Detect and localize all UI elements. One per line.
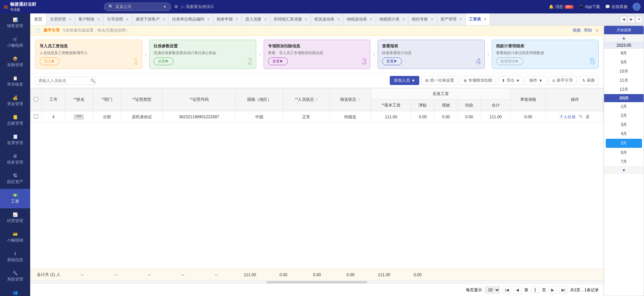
- unified-settings-btn[interactable]: ⚙ 统一社保设置: [421, 76, 458, 85]
- sidebar-item-basic-info[interactable]: ℹ 基础信息: [0, 247, 30, 267]
- tab-income-tax[interactable]: 所得税汇算清缴 ✕: [270, 13, 311, 25]
- month-1[interactable]: 1月: [604, 102, 644, 111]
- month-4[interactable]: 4月: [604, 129, 644, 138]
- row-checkbox[interactable]: [34, 114, 38, 119]
- refresh-btn[interactable]: ↻ 刷新: [579, 76, 599, 85]
- tab-hierarchical[interactable]: 分层经营 ✕: [47, 13, 75, 25]
- tab-tax-expert[interactable]: 税控专家 ✕: [409, 13, 437, 25]
- month-2[interactable]: 2月: [604, 111, 644, 120]
- tab-payroll[interactable]: 工资表 ✕: [466, 13, 490, 25]
- action-social-ins[interactable]: 个人社保: [559, 115, 576, 119]
- add-person-btn[interactable]: 添加人员 ▼: [390, 76, 419, 85]
- tab-tax-declare[interactable]: 税务申报 ✕: [213, 13, 242, 25]
- action-delete-btn[interactable]: 🗑: [585, 114, 590, 119]
- scroll-thumb[interactable]: [267, 281, 367, 283]
- tab-register[interactable]: 进入清册 ✕: [242, 13, 270, 25]
- tab-close-icon[interactable]: ✕: [305, 17, 307, 21]
- video-link[interactable]: 视频: [573, 28, 581, 33]
- tab-tax-wave2[interactable]: 纳税波动表 ✕: [343, 13, 376, 25]
- sidebar-item-finance[interactable]: 💰 资金管理: [0, 91, 30, 111]
- sidebar-item-purchase[interactable]: 📦 采购管理: [0, 52, 30, 72]
- tab-close-icon[interactable]: ✕: [264, 17, 267, 21]
- sidebar-item-collab[interactable]: 👥 企业协同: [0, 286, 30, 296]
- action-edit-btn[interactable]: ✎: [579, 114, 583, 119]
- sidebar-item-tax[interactable]: 🏛 税务管理: [0, 150, 30, 169]
- tab-close-icon[interactable]: ✕: [484, 17, 486, 21]
- demo-link[interactable]: ▷ 我要看实例演示: [181, 4, 214, 10]
- tab-close-icon[interactable]: ✕: [126, 17, 128, 21]
- month-6[interactable]: 6月: [604, 148, 644, 157]
- month-11[interactable]: 11月: [604, 76, 644, 85]
- sidebar-item-ledger[interactable]: 📒 总账管理: [0, 111, 30, 130]
- sidebar-item-inventory[interactable]: 📋 库存核算: [0, 72, 30, 91]
- close-guide-btn[interactable]: ✕: [595, 28, 599, 33]
- tab-close-icon[interactable]: ✕: [97, 17, 100, 21]
- status-filter-icon[interactable]: ▽: [315, 98, 318, 101]
- export-btn[interactable]: ⬆ 导出 ▼: [498, 76, 524, 85]
- app-download-btn[interactable]: 📱 App下载: [579, 4, 600, 10]
- tab-guide-desc[interactable]: 引导说明 ✕: [104, 13, 132, 25]
- settings-btn[interactable]: ⚙: [174, 4, 178, 9]
- tab-close-icon[interactable]: ✕: [402, 17, 405, 21]
- tab-home[interactable]: 首页: [30, 13, 47, 25]
- prev-page-btn[interactable]: ◀: [514, 286, 522, 294]
- step3-btn[interactable]: 查看▶: [268, 57, 288, 65]
- cell-status: 正常: [283, 111, 330, 123]
- help-link[interactable]: 帮助: [584, 28, 592, 33]
- tab-close-icon[interactable]: ✕: [370, 17, 372, 21]
- tab-next-btn[interactable]: ▶: [628, 16, 635, 23]
- report-filter-icon[interactable]: ▽: [358, 98, 360, 101]
- sidebar-item-expense[interactable]: 💳 小畅报销: [0, 228, 30, 247]
- sidebar-item-system[interactable]: 🔧 系统管理: [0, 267, 30, 286]
- first-page-btn[interactable]: |◀: [503, 286, 511, 294]
- step4-btn[interactable]: 查看▶: [382, 57, 402, 65]
- search-icon[interactable]: 🔍: [90, 78, 95, 83]
- step1-btn[interactable]: 导入▶: [40, 57, 59, 65]
- tab-close-icon[interactable]: ✕: [459, 17, 462, 21]
- month-7[interactable]: 7月: [604, 157, 644, 166]
- sidebar-item-management[interactable]: 📈 经营管理: [0, 208, 30, 228]
- tab-close-icon[interactable]: ✕: [431, 17, 433, 21]
- month-3[interactable]: 3月: [604, 120, 644, 129]
- sidebar-item-invoice[interactable]: 🧾 发票管理: [0, 130, 30, 150]
- sidebar-item-asset[interactable]: 🏗 固定资产: [0, 169, 30, 189]
- online-service-btn[interactable]: 💬 在线客服: [605, 4, 628, 10]
- user-avatar[interactable]: 👤: [633, 3, 641, 11]
- tab-close-all-btn[interactable]: ✕: [636, 16, 642, 23]
- horizontal-scrollbar[interactable]: [30, 280, 604, 284]
- sidebar-item-payroll[interactable]: 💵 工资: [0, 189, 30, 208]
- tab-tax-wave[interactable]: 税负波动表 ✕: [311, 13, 343, 25]
- month-12[interactable]: 12月: [604, 85, 644, 94]
- tab-customer[interactable]: 客户联络 ✕: [75, 13, 104, 25]
- tab-tax-stats[interactable]: 纳税统计表 ✕: [376, 13, 409, 25]
- sidebar-item-sales[interactable]: 📊 销售管理: [0, 13, 30, 33]
- tab-close-icon[interactable]: ✕: [207, 17, 210, 21]
- month-10[interactable]: 10月: [604, 67, 644, 76]
- tab-close-icon[interactable]: ✕: [235, 17, 238, 21]
- select-all-checkbox[interactable]: [34, 97, 38, 101]
- month-9[interactable]: 9月: [604, 58, 644, 67]
- month-5-active[interactable]: 5月: [606, 139, 642, 148]
- tab-close-icon[interactable]: ✕: [337, 17, 340, 21]
- tab-product-code[interactable]: 往来单位商品编码 ✕: [169, 13, 213, 25]
- page-size-select[interactable]: 10 20 50: [485, 286, 500, 294]
- step5-btn[interactable]: 敬请期待▶: [496, 57, 523, 65]
- sidebar-item-ecommerce[interactable]: 🛒 小畅电商: [0, 33, 30, 52]
- topbar-search[interactable]: 🔍 某某公司 ▼: [104, 3, 171, 11]
- search-input[interactable]: [38, 78, 89, 83]
- tab-asset[interactable]: 资产管理 ✕: [437, 13, 466, 25]
- month-8[interactable]: 8月: [604, 49, 644, 58]
- up-nav-btn[interactable]: ▲: [622, 36, 626, 40]
- next-page-btn[interactable]: ▶: [549, 286, 557, 294]
- special-deduction-btn[interactable]: ⊕ 专项附加扣除: [460, 76, 496, 85]
- operation-btn[interactable]: 操作 ▼: [526, 76, 546, 85]
- message-btn[interactable]: 🔔 消息 99+: [549, 4, 574, 10]
- tab-close-icon[interactable]: ✕: [162, 17, 165, 21]
- tab-close-icon[interactable]: ✕: [69, 17, 71, 21]
- last-page-btn[interactable]: ▶|: [559, 286, 568, 294]
- step2-btn[interactable]: 设置▶: [154, 57, 173, 65]
- guide-btn[interactable]: ⊙ 新手引导: [548, 76, 577, 85]
- tab-invite[interactable]: 邀请下游客户 ✕: [132, 13, 169, 25]
- tab-prev-btn[interactable]: ◀: [620, 16, 627, 23]
- down-nav-btn[interactable]: ▼: [622, 168, 626, 173]
